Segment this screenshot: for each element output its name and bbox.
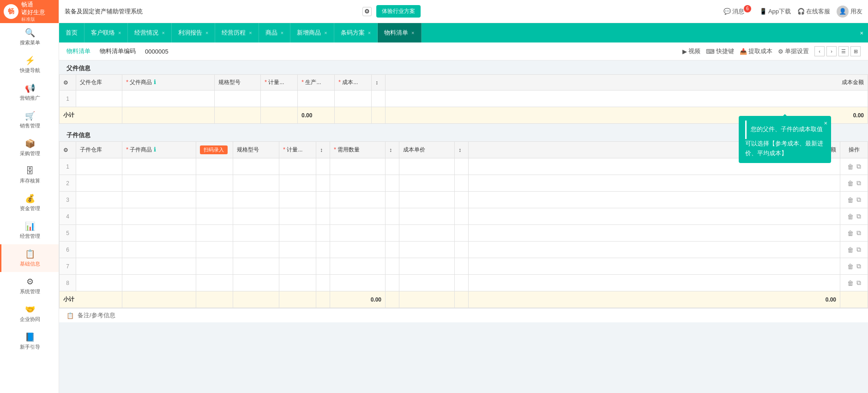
th-settings[interactable]: ⚙: [60, 75, 76, 91]
child-cost-cell[interactable]: [399, 175, 455, 192]
close-all-btn[interactable]: ×: [855, 30, 868, 36]
tab-barcode[interactable]: 条码方案 ×: [334, 23, 378, 42]
spec-cell[interactable]: [215, 91, 261, 107]
child-product-cell[interactable]: [122, 275, 196, 291]
child-qty-cell[interactable]: [330, 208, 386, 225]
sidebar-item-sales[interactable]: 🛒 销售管理: [0, 106, 59, 134]
unit-cell[interactable]: [261, 91, 298, 107]
tab-home[interactable]: 首页: [59, 23, 84, 42]
close-icon[interactable]: ×: [411, 30, 414, 36]
copy-icon[interactable]: ⧉: [856, 212, 861, 220]
tab-profit[interactable]: 利润报告 ×: [172, 23, 215, 42]
sidebar-item-finance[interactable]: 💰 资金管理: [0, 189, 59, 217]
extract-cost-btn[interactable]: 📥 提取成本: [740, 47, 772, 55]
child-qty-cell[interactable]: [330, 258, 386, 275]
view-btn[interactable]: ▶ 视频: [682, 47, 700, 55]
child-unit-cell[interactable]: [279, 242, 316, 258]
expand-btn[interactable]: ⊞: [850, 46, 861, 56]
cost-cell[interactable]: [335, 91, 372, 107]
delete-icon[interactable]: 🗑: [847, 196, 854, 204]
child-product-cell[interactable]: [122, 192, 196, 208]
child-warehouse-cell[interactable]: [76, 275, 122, 291]
child-cost-cell[interactable]: [399, 275, 455, 291]
child-product-cell[interactable]: [122, 175, 196, 192]
breadcrumb[interactable]: 物料清单: [66, 47, 90, 55]
child-warehouse-cell[interactable]: [76, 242, 122, 258]
close-icon[interactable]: ×: [281, 30, 283, 36]
parent-warehouse-cell[interactable]: [76, 91, 122, 107]
child-product-cell[interactable]: [122, 225, 196, 242]
sidebar-item-marketing[interactable]: 📢 营销推广: [0, 79, 59, 106]
delete-icon[interactable]: 🗑: [847, 263, 854, 270]
child-warehouse-cell[interactable]: [76, 175, 122, 192]
child-unit-cell[interactable]: [279, 192, 316, 208]
tab-bom[interactable]: 物料清单 ×: [378, 23, 421, 42]
sidebar-item-system[interactable]: ⚙ 系统管理: [0, 272, 59, 300]
child-spec-cell[interactable]: [233, 242, 279, 258]
prev-btn[interactable]: ‹: [814, 46, 825, 56]
sidebar-item-basic[interactable]: 📋 基础信息: [0, 244, 59, 272]
child-unit-cell[interactable]: [279, 175, 316, 192]
tooltip-close-btn[interactable]: ×: [824, 119, 827, 128]
child-qty-cell[interactable]: [330, 175, 386, 192]
child-spec-cell[interactable]: [233, 175, 279, 192]
child-product-cell[interactable]: [122, 258, 196, 275]
child-qty-cell[interactable]: [330, 192, 386, 208]
child-spec-cell[interactable]: [233, 258, 279, 275]
copy-icon[interactable]: ⧉: [856, 163, 861, 170]
child-spec-cell[interactable]: [233, 275, 279, 291]
delete-icon[interactable]: 🗑: [847, 230, 854, 237]
child-spec-cell[interactable]: [233, 192, 279, 208]
close-icon[interactable]: ×: [324, 30, 327, 36]
delete-icon[interactable]: 🗑: [847, 246, 854, 254]
shortcut-btn[interactable]: ⌨ 快捷键: [706, 47, 734, 55]
app-download-btn[interactable]: 📱 App下载: [760, 7, 791, 16]
child-warehouse-cell[interactable]: [76, 158, 122, 175]
child-unit-cell[interactable]: [279, 258, 316, 275]
online-service-btn[interactable]: 🎧 在线客服: [797, 7, 830, 16]
scan-button[interactable]: 扫码录入: [200, 145, 228, 154]
grid-btn[interactable]: ☰: [838, 46, 849, 56]
settings-btn[interactable]: ⚙: [362, 7, 372, 16]
close-icon[interactable]: ×: [368, 30, 371, 36]
child-warehouse-cell[interactable]: [76, 192, 122, 208]
copy-icon[interactable]: ⧉: [856, 179, 861, 187]
child-cost-cell[interactable]: [399, 192, 455, 208]
child-cost-cell[interactable]: [399, 258, 455, 275]
child-cost-cell[interactable]: [399, 158, 455, 175]
sidebar-item-enterprise[interactable]: 🤝 企业协同: [0, 300, 59, 327]
sidebar-item-guide[interactable]: 📘 新手引导: [0, 327, 59, 355]
sidebar-item-quicknav[interactable]: ⚡ 快捷导航: [0, 51, 59, 79]
child-qty-cell[interactable]: [330, 242, 386, 258]
child-cost-cell[interactable]: [399, 225, 455, 242]
child-unit-cell[interactable]: [279, 208, 316, 225]
child-qty-cell[interactable]: [330, 225, 386, 242]
user-avatar[interactable]: 👤 用友: [837, 6, 862, 18]
close-icon[interactable]: ×: [205, 30, 208, 36]
child-unit-cell[interactable]: [279, 275, 316, 291]
sidebar-item-search[interactable]: 🔍 搜索菜单: [0, 23, 59, 51]
child-spec-cell[interactable]: [233, 225, 279, 242]
child-product-cell[interactable]: [122, 158, 196, 175]
child-qty-cell[interactable]: [330, 158, 386, 175]
close-icon[interactable]: ×: [162, 30, 164, 36]
child-spec-cell[interactable]: [233, 158, 279, 175]
th-scan[interactable]: 扫码录入: [196, 142, 233, 158]
tab-new-product[interactable]: 新增商品 ×: [290, 23, 334, 42]
child-product-cell[interactable]: [122, 208, 196, 225]
child-cost-cell[interactable]: [399, 208, 455, 225]
child-warehouse-cell[interactable]: [76, 208, 122, 225]
delete-icon[interactable]: 🗑: [847, 163, 854, 170]
child-qty-cell[interactable]: [330, 275, 386, 291]
tab-history[interactable]: 经营历程 ×: [215, 23, 259, 42]
delete-icon[interactable]: 🗑: [847, 180, 854, 187]
delete-icon[interactable]: 🗑: [847, 279, 854, 287]
child-product-cell[interactable]: [122, 242, 196, 258]
child-cost-cell[interactable]: [399, 242, 455, 258]
experience-button[interactable]: 体验行业方案: [376, 5, 421, 18]
tab-product[interactable]: 商品 ×: [259, 23, 290, 42]
message-btn[interactable]: 💬 消息 6: [723, 7, 753, 16]
delete-icon[interactable]: 🗑: [847, 213, 854, 220]
copy-icon[interactable]: ⧉: [856, 262, 861, 270]
th-child-settings[interactable]: ⚙: [60, 142, 76, 158]
